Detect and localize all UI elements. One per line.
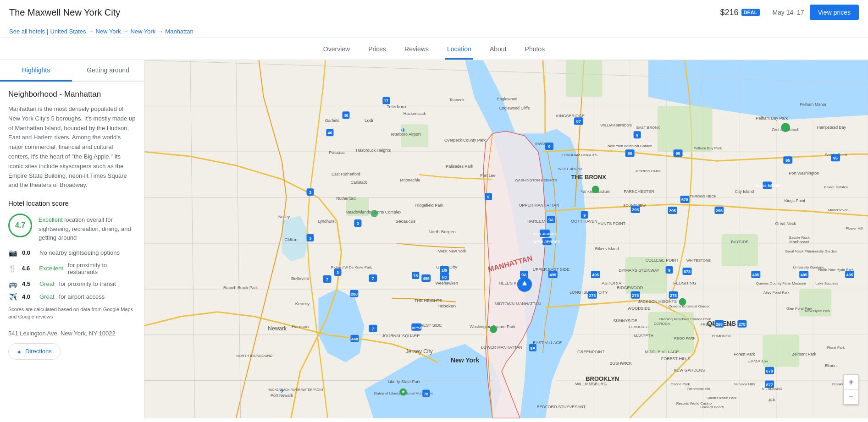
- svg-text:WOODSIDE: WOODSIDE: [628, 306, 651, 311]
- breadcrumb-new-york-1[interactable]: New York: [96, 28, 121, 35]
- breadcrumb: See all hotels | United States → New Yor…: [0, 25, 868, 38]
- svg-text:Great Neck: Great Neck: [775, 221, 796, 226]
- svg-text:440: 440: [351, 337, 358, 341]
- map-area[interactable]: MANHATTAN THE BRONX QUEENS BROOKLYN New …: [144, 60, 868, 418]
- sub-tab-highlights[interactable]: Highlights: [0, 60, 72, 82]
- svg-text:Fort Lee: Fort Lee: [480, 173, 495, 178]
- breadcrumb-see-all[interactable]: See all hotels: [9, 28, 45, 35]
- map-zoom-controls[interactable]: + −: [843, 374, 859, 405]
- svg-text:Howard Beach: Howard Beach: [700, 405, 724, 409]
- svg-text:POMONOK: POMONOK: [712, 334, 731, 338]
- sub-tab-getting-around[interactable]: Getting around: [72, 60, 144, 82]
- transit-score: 4.5: [22, 280, 35, 287]
- zoom-out-button[interactable]: −: [844, 389, 858, 404]
- transit-icon: 🚌: [8, 280, 17, 288]
- nav-tabs: Overview Prices Reviews Location About P…: [0, 38, 868, 60]
- neighborhood-title: Neighborhood - Manhattan: [8, 90, 136, 99]
- svg-text:BEDFORD-STUYVESANT: BEDFORD-STUYVESANT: [537, 405, 586, 409]
- deal-tag: DEAL: [741, 9, 760, 16]
- zoom-in-button[interactable]: +: [844, 375, 858, 389]
- svg-text:HACKENSACK RIVER WATERFRONT: HACKENSACK RIVER WATERFRONT: [268, 388, 324, 391]
- svg-text:Queens County Farm Museum: Queens County Farm Museum: [756, 281, 806, 285]
- directions-icon: ⬥: [17, 347, 22, 356]
- restaurant-score: 4.6: [22, 265, 34, 272]
- directions-button[interactable]: ⬥ Directions: [8, 343, 61, 360]
- svg-text:✈: ✈: [279, 387, 285, 395]
- svg-text:Hasbrouck Heights: Hasbrouck Heights: [356, 148, 391, 153]
- svg-rect-8: [763, 335, 799, 367]
- svg-text:THE BRONX: THE BRONX: [571, 174, 607, 181]
- svg-text:Pelham Bay Park: Pelham Bay Park: [756, 116, 788, 121]
- tab-prices[interactable]: Prices: [366, 40, 388, 60]
- svg-text:Englewood: Englewood: [497, 97, 517, 101]
- svg-text:295: 295: [632, 208, 639, 212]
- svg-text:East Rutherford: East Rutherford: [332, 172, 360, 176]
- svg-text:NORTH IRONBOUND: NORTH IRONBOUND: [236, 354, 272, 358]
- scores-note: Scores are calculated based on data from…: [8, 306, 136, 321]
- svg-text:Kings Point: Kings Point: [785, 198, 806, 203]
- tab-reviews[interactable]: Reviews: [403, 40, 431, 60]
- sightseeing-score: 0.0: [22, 249, 35, 256]
- svg-text:PARKCHESTER: PARKCHESTER: [624, 189, 654, 194]
- tab-location[interactable]: Location: [445, 40, 473, 60]
- svg-text:7: 7: [372, 327, 374, 331]
- svg-text:New York: New York: [451, 356, 480, 364]
- left-panel: Highlights Getting around Neighborhood -…: [0, 60, 144, 418]
- svg-point-150: [592, 186, 599, 193]
- svg-text:JAMAICA: JAMAICA: [748, 358, 768, 363]
- svg-text:Lyndhurst: Lyndhurst: [318, 219, 336, 224]
- svg-text:Richmond Hill: Richmond Hill: [687, 387, 710, 391]
- svg-rect-5: [721, 234, 758, 266]
- breadcrumb-united-states[interactable]: United States: [50, 28, 86, 35]
- header: The Maxwell New York City $216 DEAL · Ma…: [0, 0, 868, 25]
- svg-text:GREENPOINT: GREENPOINT: [577, 350, 605, 354]
- price-value: $216: [720, 8, 739, 17]
- svg-text:KEW GARDENS: KEW GARDENS: [674, 368, 705, 373]
- svg-text:Jamaica Hills: Jamaica Hills: [734, 382, 755, 386]
- svg-text:City Island: City Island: [735, 189, 754, 194]
- svg-rect-2: [658, 106, 713, 152]
- main-content: Highlights Getting around Neighborhood -…: [0, 60, 868, 418]
- svg-text:3: 3: [309, 236, 311, 241]
- svg-text:495: 495: [801, 273, 807, 277]
- sub-score-sightseeing: 📷 0.0 No nearby sightseeing options: [8, 249, 136, 257]
- svg-text:95: 95: [628, 151, 632, 156]
- svg-text:46: 46: [327, 131, 332, 135]
- svg-text:CORONA: CORONA: [654, 322, 670, 326]
- tab-overview[interactable]: Overview: [321, 40, 352, 60]
- svg-text:Teaneck: Teaneck: [449, 98, 464, 102]
- svg-text:Elmont: Elmont: [825, 363, 838, 368]
- svg-text:WEST SIDE: WEST SIDE: [420, 323, 442, 328]
- svg-text:95: 95: [833, 156, 838, 160]
- svg-text:Pelham Manor: Pelham Manor: [800, 102, 826, 107]
- svg-point-146: [370, 210, 378, 217]
- svg-text:Carlstadt: Carlstadt: [350, 180, 367, 185]
- svg-text:278: 278: [670, 293, 677, 298]
- svg-text:NEW JERSEY: NEW JERSEY: [533, 240, 560, 244]
- svg-text:3: 3: [337, 270, 339, 275]
- location-score-row: 4.7 Excellent location overall for sight…: [8, 214, 136, 242]
- map-svg: MANHATTAN THE BRONX QUEENS BROOKLYN New …: [144, 60, 868, 418]
- svg-text:Resorts World Casino: Resorts World Casino: [676, 401, 712, 406]
- svg-text:WEST BRONX: WEST BRONX: [558, 167, 583, 171]
- svg-text:WILLIAMSBURG: WILLIAMSBURG: [575, 382, 607, 386]
- svg-text:Secaucus: Secaucus: [395, 219, 415, 224]
- tab-about[interactable]: About: [488, 40, 509, 60]
- svg-text:REGO PARK: REGO PARK: [674, 336, 696, 340]
- panel-content: Neighborhood - Manhattan Manhattan is th…: [0, 82, 144, 418]
- breadcrumb-new-york-2[interactable]: New York: [130, 28, 155, 35]
- svg-text:95: 95: [676, 151, 680, 156]
- svg-point-149: [781, 123, 790, 132]
- breadcrumb-manhattan[interactable]: Manhattan: [165, 28, 193, 35]
- sub-score-airport: ✈️ 4.0 Great for airport access: [8, 293, 136, 301]
- view-prices-button[interactable]: View prices: [810, 5, 859, 20]
- svg-text:Overpeck County Park: Overpeck County Park: [444, 138, 486, 142]
- svg-text:9: 9: [668, 268, 670, 273]
- tab-photos[interactable]: Photos: [523, 40, 547, 60]
- svg-text:FLUSHING: FLUSHING: [673, 280, 697, 285]
- svg-text:NEW JERSEY: NEW JERSEY: [533, 232, 557, 236]
- arrow-2: →: [122, 28, 128, 35]
- svg-text:Weehawken: Weehawken: [436, 281, 458, 285]
- svg-text:Floral Park: Floral Park: [827, 345, 845, 350]
- svg-text:Palisades Park: Palisades Park: [446, 164, 473, 169]
